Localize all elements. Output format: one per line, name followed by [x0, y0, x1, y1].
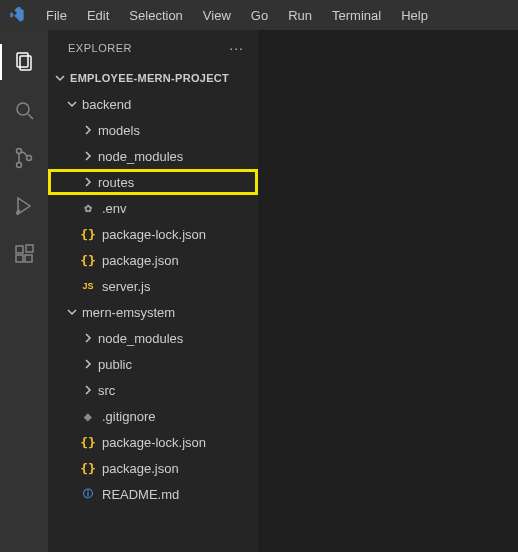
- svg-point-6: [27, 156, 32, 161]
- svg-rect-9: [16, 255, 23, 262]
- more-actions-icon[interactable]: ···: [229, 40, 244, 56]
- folder-label: models: [98, 123, 140, 138]
- js-icon: JS: [80, 278, 96, 294]
- file-package-json-2[interactable]: {} package.json: [48, 455, 258, 481]
- folder-label: mern-emsystem: [82, 305, 175, 320]
- file-label: package.json: [102, 253, 179, 268]
- folder-label: backend: [82, 97, 131, 112]
- folder-mern-emsystem[interactable]: mern-emsystem: [48, 299, 258, 325]
- json-icon: {}: [80, 460, 96, 476]
- chevron-right-icon: [80, 356, 96, 372]
- title-bar: File Edit Selection View Go Run Terminal…: [0, 0, 518, 30]
- chevron-right-icon: [80, 174, 96, 190]
- folder-label: public: [98, 357, 132, 372]
- menu-selection[interactable]: Selection: [121, 4, 190, 27]
- run-debug-icon[interactable]: [0, 182, 48, 230]
- folder-node-modules[interactable]: node_modules: [48, 143, 258, 169]
- info-icon: ⓘ: [80, 486, 96, 502]
- svg-rect-8: [16, 246, 23, 253]
- folder-routes[interactable]: routes: [48, 169, 258, 195]
- svg-point-2: [17, 103, 29, 115]
- file-package-lock[interactable]: {} package-lock.json: [48, 221, 258, 247]
- folder-node-modules-2[interactable]: node_modules: [48, 325, 258, 351]
- file-package-json[interactable]: {} package.json: [48, 247, 258, 273]
- menu-edit[interactable]: Edit: [79, 4, 117, 27]
- json-icon: {}: [80, 226, 96, 242]
- chevron-right-icon: [80, 122, 96, 138]
- file-package-lock-2[interactable]: {} package-lock.json: [48, 429, 258, 455]
- menu-help[interactable]: Help: [393, 4, 436, 27]
- svg-line-3: [28, 114, 33, 119]
- file-tree: EMPLOYEE-MERN-PROJECT backend models nod…: [48, 65, 258, 552]
- activity-bar: [0, 30, 48, 552]
- menu-run[interactable]: Run: [280, 4, 320, 27]
- svg-rect-0: [17, 53, 28, 67]
- file-label: .gitignore: [102, 409, 155, 424]
- json-icon: {}: [80, 252, 96, 268]
- json-icon: {}: [80, 434, 96, 450]
- gear-icon: ✿: [80, 200, 96, 216]
- folder-src[interactable]: src: [48, 377, 258, 403]
- svg-rect-11: [26, 245, 33, 252]
- vscode-logo-icon: [8, 6, 26, 24]
- extensions-icon[interactable]: [0, 230, 48, 278]
- file-label: package.json: [102, 461, 179, 476]
- explorer-icon[interactable]: [0, 38, 48, 86]
- main-area: EXPLORER ··· EMPLOYEE-MERN-PROJECT backe…: [0, 30, 518, 552]
- svg-point-5: [17, 163, 22, 168]
- sidebar-header: EXPLORER ···: [48, 30, 258, 65]
- search-icon[interactable]: [0, 86, 48, 134]
- folder-backend[interactable]: backend: [48, 91, 258, 117]
- folder-public[interactable]: public: [48, 351, 258, 377]
- chevron-down-icon: [64, 96, 80, 112]
- git-icon: ◆: [80, 408, 96, 424]
- folder-label: node_modules: [98, 149, 183, 164]
- editor-area: [258, 30, 518, 552]
- chevron-right-icon: [80, 382, 96, 398]
- svg-rect-1: [20, 56, 31, 70]
- file-env[interactable]: ✿ .env: [48, 195, 258, 221]
- svg-point-4: [17, 149, 22, 154]
- file-server-js[interactable]: JS server.js: [48, 273, 258, 299]
- menu-view[interactable]: View: [195, 4, 239, 27]
- chevron-right-icon: [80, 148, 96, 164]
- folder-label: node_modules: [98, 331, 183, 346]
- file-gitignore[interactable]: ◆ .gitignore: [48, 403, 258, 429]
- menu-file[interactable]: File: [38, 4, 75, 27]
- folder-label: src: [98, 383, 115, 398]
- folder-label: routes: [98, 175, 134, 190]
- root-label: EMPLOYEE-MERN-PROJECT: [70, 72, 229, 84]
- menu-go[interactable]: Go: [243, 4, 276, 27]
- chevron-right-icon: [80, 330, 96, 346]
- folder-models[interactable]: models: [48, 117, 258, 143]
- file-readme[interactable]: ⓘ README.md: [48, 481, 258, 507]
- source-control-icon[interactable]: [0, 134, 48, 182]
- file-label: README.md: [102, 487, 179, 502]
- sidebar-title: EXPLORER: [68, 42, 132, 54]
- file-label: server.js: [102, 279, 150, 294]
- chevron-down-icon: [64, 304, 80, 320]
- chevron-down-icon: [52, 70, 68, 86]
- project-root[interactable]: EMPLOYEE-MERN-PROJECT: [48, 65, 258, 91]
- menu-terminal[interactable]: Terminal: [324, 4, 389, 27]
- file-label: package-lock.json: [102, 227, 206, 242]
- explorer-sidebar: EXPLORER ··· EMPLOYEE-MERN-PROJECT backe…: [48, 30, 258, 552]
- svg-rect-10: [25, 255, 32, 262]
- file-label: package-lock.json: [102, 435, 206, 450]
- file-label: .env: [102, 201, 127, 216]
